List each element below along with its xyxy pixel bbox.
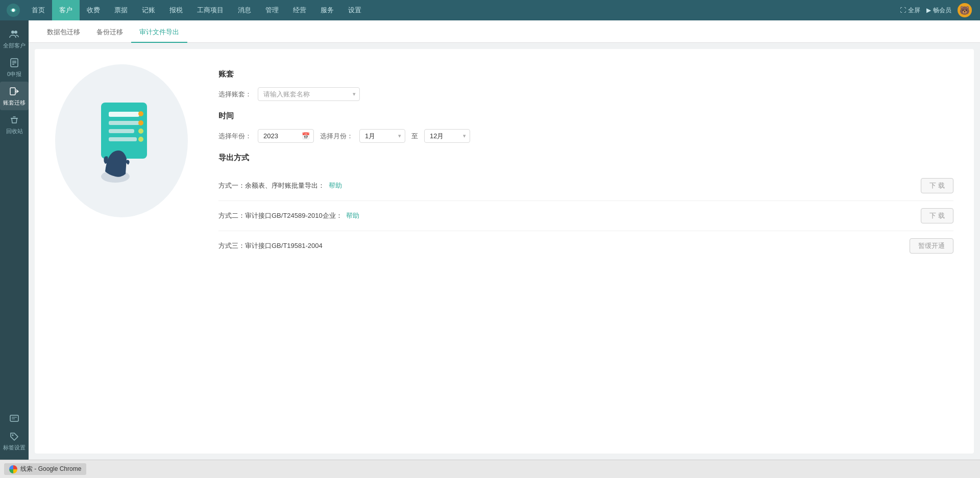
recycle-icon [9,114,20,125]
form-row-time: 选择年份： 2023 📅 选择月份： 1月 2月 3月 4月 [218,129,953,143]
page-content: 账套 选择账套： 请输入账套名称 ▾ 时间 选择年份： [35,49,974,454]
tab-bar: 数据包迁移 备份迁移 审计文件导出 [29,20,980,43]
sidebar-item-account-migrate[interactable]: 账套迁移 [0,82,29,110]
month-end-wrap: 1月 2月 3月 4月 5月 6月 7月 8月 9月 10月 11月 [424,129,470,143]
svg-point-3 [14,31,17,34]
svg-rect-8 [10,88,15,95]
method-2-help-link[interactable]: 帮助 [346,212,359,219]
member-icon: ▶ [926,7,931,14]
sidebar-item-message-bottom[interactable] [9,409,19,427]
member-button[interactable]: ▶ 畅会员 [926,6,951,15]
nav-message[interactable]: 消息 [231,0,258,20]
month-start-select[interactable]: 1月 2月 3月 4月 5月 6月 7月 8月 9月 10月 11月 [359,129,405,143]
sidebar-item-tag-settings[interactable]: 标签设置 [3,430,26,454]
tab-backup-migrate[interactable]: 备份迁移 [88,22,131,43]
nav-bookkeeping[interactable]: 记账 [135,0,162,20]
top-nav-right: ⛶ 全屏 ▶ 畅会员 🐻 [900,3,980,17]
svg-point-2 [11,31,14,34]
export-methods: 方式一：余额表、序时账批量导出： 帮助 下 载 方式二：审计接口GB/T2458… [218,171,953,261]
nav-billing[interactable]: 收费 [80,0,107,20]
method-3-label: 方式三：审计接口GB/T19581-2004 [218,241,901,250]
account-migrate-icon [9,86,20,97]
taskbar: 线索 - Google Chrome [0,460,980,478]
method-2-label: 方式二：审计接口GB/T24589-2010企业： 帮助 [218,211,913,220]
year-input[interactable]: 2023 [258,129,314,143]
svg-point-21 [138,137,143,142]
member-label: 畅会员 [933,6,951,15]
sidebar-item-all-customers[interactable]: 全部客户 [0,24,29,53]
sidebar-label-account-migrate: 账套迁移 [3,99,26,107]
svg-rect-14 [109,112,139,117]
tab-data-migrate[interactable]: 数据包迁移 [39,22,88,43]
label-select-month: 选择月份： [320,132,353,141]
sidebar: 全部客户 0申报 账套迁移 [0,20,29,460]
form-row-account: 选择账套： 请输入账套名称 ▾ [218,87,953,101]
svg-point-19 [138,120,143,125]
method-1-label: 方式一：余额表、序时账批量导出： 帮助 [218,181,913,190]
label-select-account: 选择账套： [218,90,252,99]
export-method-row-2: 方式二：审计接口GB/T24589-2010企业： 帮助 下 载 [218,201,953,231]
app-logo [4,1,22,19]
method-2-download-button[interactable]: 下 载 [921,208,953,223]
sidebar-label-recycle: 回收站 [6,128,23,135]
sidebar-label-zero-declare: 0申报 [7,70,21,78]
svg-point-12 [12,435,14,436]
nav-operation[interactable]: 经营 [286,0,313,20]
chrome-icon [9,465,17,473]
sidebar-label-all-customers: 全部客户 [3,42,26,49]
month-start-wrap: 1月 2月 3月 4月 5月 6月 7月 8月 9月 10月 11月 [359,129,405,143]
month-end-select[interactable]: 1月 2月 3月 4月 5月 6月 7月 8月 9月 10月 11月 [424,129,470,143]
form-area: 账套 选择账套： 请输入账套名称 ▾ 时间 选择年份： [218,64,953,261]
nav-home[interactable]: 首页 [24,0,52,20]
content-area: 数据包迁移 备份迁移 审计文件导出 [29,20,980,460]
nav-settings[interactable]: 设置 [341,0,369,20]
export-layout: 账套 选择账套： 请输入账套名称 ▾ 时间 选择年份： [55,64,953,268]
nav-tax[interactable]: 报税 [162,0,190,20]
section-export-title: 导出方式 [218,153,953,163]
main-layout: 全部客户 0申报 账套迁移 [0,20,980,460]
all-customers-icon [9,29,20,40]
account-select[interactable]: 请输入账套名称 [258,87,360,101]
to-label: 至 [411,132,418,141]
sidebar-item-recycle[interactable]: 回收站 [0,110,29,139]
svg-point-1 [12,9,15,12]
method-1-help-link[interactable]: 帮助 [329,182,342,189]
fullscreen-button[interactable]: ⛶ 全屏 [900,6,920,15]
method-1-download-button[interactable]: 下 载 [921,178,953,193]
export-method-row-3: 方式三：审计接口GB/T19581-2004 暂缓开通 [218,231,953,261]
account-select-wrap: 请输入账套名称 ▾ [258,87,360,101]
method-3-coming-soon-button[interactable]: 暂缓开通 [910,238,953,254]
svg-rect-17 [109,137,137,141]
section-account-title: 账套 [218,69,953,79]
svg-rect-15 [109,121,139,125]
svg-point-18 [138,111,143,116]
avatar[interactable]: 🐻 [958,3,972,17]
nav-manage[interactable]: 管理 [258,0,286,20]
year-input-wrap: 2023 📅 [258,129,314,143]
export-method-row-1: 方式一：余额表、序时账批量导出： 帮助 下 载 [218,171,953,201]
label-select-year: 选择年份： [218,132,252,141]
nav-business[interactable]: 工商项目 [190,0,231,20]
tab-audit-export[interactable]: 审计文件导出 [131,22,187,43]
nav-customer[interactable]: 客户 [52,0,80,20]
taskbar-chrome-item[interactable]: 线索 - Google Chrome [4,463,86,475]
svg-point-20 [138,129,143,134]
nav-items: 首页 客户 收费 票据 记账 报税 工商项目 消息 管理 经营 服务 设置 [24,0,900,20]
nav-invoice[interactable]: 票据 [107,0,135,20]
sidebar-bottom: 标签设置 [3,409,26,460]
sidebar-label-tag-settings: 标签设置 [3,444,26,451]
top-nav: 首页 客户 收费 票据 记账 报税 工商项目 消息 管理 经营 服务 设置 ⛶ … [0,0,980,20]
svg-rect-16 [109,129,134,133]
svg-rect-11 [10,415,18,421]
nav-service[interactable]: 服务 [313,0,341,20]
sidebar-item-zero-declare[interactable]: 0申报 [0,53,29,82]
illustration [55,64,188,217]
zero-declare-icon [9,57,20,68]
section-time-title: 时间 [218,111,953,121]
fullscreen-label: 全屏 [908,6,920,15]
taskbar-item-label: 线索 - Google Chrome [20,465,81,473]
fullscreen-icon: ⛶ [900,7,906,14]
